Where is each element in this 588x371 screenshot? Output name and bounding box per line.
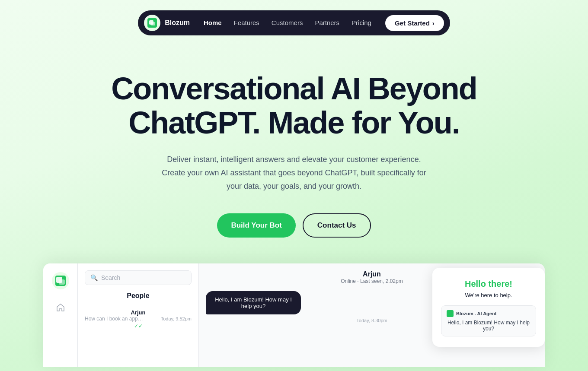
floating-bot-message: Blozum . AI Agent Hello, I am Blozum! Ho… [441,305,536,336]
navbar: Blozum Home Features Customers Partners … [138,10,450,35]
nav-link-pricing[interactable]: Pricing [352,19,371,26]
nav-item-partners[interactable]: Partners [315,19,339,27]
nav-item-customers[interactable]: Customers [272,19,303,27]
bot-label-row: Blozum . AI Agent [447,310,530,317]
floating-chat-card: Hello there! We're here to help. Blozum … [432,268,545,347]
bot-label-icon [447,310,454,317]
hero-subtitle: Deliver instant, intelligent answers and… [160,153,428,193]
sidebar-home-icon[interactable] [53,300,68,315]
search-placeholder: Search [101,274,120,281]
cta-buttons: Build Your Bot Contact Us [217,213,371,238]
dashboard-preview: 🔍 Search People Arjun How can I book an … [43,263,545,367]
chat-bubble: Hello, I am Blozum! How may I help you? [206,291,301,314]
nav-item-home[interactable]: Home [204,19,222,27]
check-icon: ✓✓ [134,323,143,329]
navbar-container: Blozum Home Features Customers Partners … [0,0,588,46]
person-message-row: How can I book an appointment? Today, 9.… [85,316,192,322]
floating-sub: We're here to help. [441,292,536,298]
svg-rect-3 [59,279,65,285]
people-label: People [85,292,192,300]
hero-title: Conversational AI Beyond ChatGPT. Made f… [111,72,477,140]
brand-name: Blozum [165,19,190,27]
get-started-button[interactable]: Get Started › [385,15,444,31]
people-panel: 🔍 Search People Arjun How can I book an … [78,263,199,367]
person-name: Arjun [85,309,192,316]
nav-item-features[interactable]: Features [234,19,259,27]
sidebar-logo [52,272,69,289]
svg-rect-1 [151,22,155,25]
contact-us-button[interactable]: Contact Us [303,213,371,238]
build-your-bot-button[interactable]: Build Your Bot [217,213,295,238]
brand-logo [144,15,160,31]
person-item: Arjun How can I book an appointment? Tod… [85,305,192,334]
sidebar-logo-icon [55,276,66,286]
person-time: Today, 9.52pm [161,316,192,321]
search-bar[interactable]: 🔍 Search [85,270,192,285]
dashboard-sidebar [43,263,78,367]
nav-link-home[interactable]: Home [204,19,222,26]
brand-logo-icon [147,18,157,28]
bot-label-text: Blozum . AI Agent [456,311,496,316]
nav-links: Home Features Customers Partners Pricing [204,19,371,27]
hero-section: Conversational AI Beyond ChatGPT. Made f… [0,46,588,371]
nav-link-partners[interactable]: Partners [315,19,339,26]
arrow-icon: › [432,19,435,27]
nav-item-pricing[interactable]: Pricing [352,19,371,27]
nav-link-features[interactable]: Features [234,19,259,26]
navbar-brand: Blozum [144,15,190,31]
bot-message-text: Hello, I am Blozum! How may I help you? [447,320,530,332]
nav-link-customers[interactable]: Customers [272,19,303,26]
page-wrapper: Blozum Home Features Customers Partners … [0,0,588,371]
floating-greeting: Hello there! [441,278,536,289]
search-icon: 🔍 [90,274,98,281]
person-message-text: How can I book an appointment? [85,316,145,322]
